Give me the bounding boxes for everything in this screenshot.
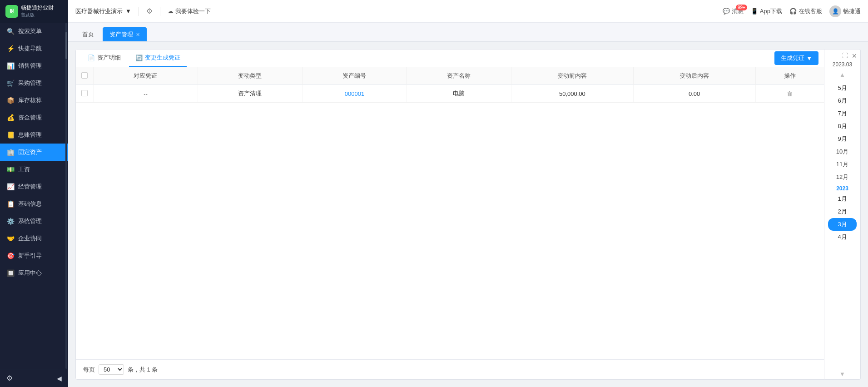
calendar-month-4[interactable]: 4月 <box>824 231 860 243</box>
message-icon: 💬 <box>723 8 730 15</box>
messages-button[interactable]: 💬 消息 99+ <box>723 7 744 15</box>
change-icon: 🔄 <box>135 54 143 61</box>
app-download-label: App下载 <box>760 7 782 15</box>
sales-icon: 📊 <box>6 62 15 70</box>
calendar-month-12[interactable]: 12月 <box>824 171 860 184</box>
sub-tab-change-voucher[interactable]: 🔄 变更生成凭证 <box>129 50 187 67</box>
settings-icon[interactable]: ⚙ <box>6 374 13 382</box>
sidebar-item-quicknav[interactable]: ⚡ 快捷导航 <box>0 40 68 57</box>
sidebar-item-label: 库存核算 <box>18 96 42 104</box>
table-header-row: 对应凭证 变动类型 资产编号 资产名称 变动前内容 变动后内容 操作 <box>76 67 824 85</box>
sidebar-item-label: 新手引导 <box>18 252 42 260</box>
sidebar-item-label: 快捷导航 <box>18 45 42 53</box>
asset-icon: 🏢 <box>6 148 15 156</box>
row-asset-name: 电脑 <box>407 85 511 103</box>
table-row: -- 资产清理 000001 电脑 50,000.00 0.00 🗑 <box>76 85 824 103</box>
sub-tab-label: 变更生成凭证 <box>145 54 180 62</box>
generate-voucher-button[interactable]: 生成凭证 ▼ <box>774 51 818 65</box>
basic-icon: 📋 <box>6 200 15 208</box>
sidebar-item-fund[interactable]: 💰 资金管理 <box>0 109 68 126</box>
th-asset-name: 资产名称 <box>407 67 511 85</box>
experience-button[interactable]: ☁ 我要体验一下 <box>168 7 211 15</box>
per-page-select[interactable]: 50 10 20 100 <box>99 364 124 375</box>
sidebar-item-purchase[interactable]: 🛒 采购管理 <box>0 74 68 92</box>
th-change-type: 变动类型 <box>198 67 302 85</box>
quicknav-icon: ⚡ <box>6 45 15 53</box>
tab-close-icon[interactable]: ✕ <box>136 32 140 38</box>
calendar-scroll-up[interactable]: ▲ <box>824 69 860 80</box>
sidebar-item-collab[interactable]: 🤝 企业协同 <box>0 230 68 247</box>
row-asset-code: 000001 <box>302 85 407 103</box>
sidebar-item-asset[interactable]: 🏢 固定资产 <box>0 144 68 161</box>
calendar-month-9[interactable]: 9月 <box>824 133 860 145</box>
calendar-month-6[interactable]: 6月 <box>824 94 860 107</box>
calendar-month-2[interactable]: 2月 <box>824 205 860 218</box>
sidebar-item-label: 基础信息 <box>18 200 42 208</box>
row-operation[interactable]: 🗑 <box>755 85 824 103</box>
calendar-month-11[interactable]: 11月 <box>824 158 860 171</box>
calendar-current-period: 2023.03 <box>824 60 860 69</box>
row-change-type: 资产清理 <box>198 85 302 103</box>
main-panel: 📄 资产明细 🔄 变更生成凭证 生成凭证 ▼ <box>75 49 824 380</box>
th-operation: 操作 <box>755 67 824 85</box>
sidebar-item-label: 采购管理 <box>18 79 42 87</box>
calendar-month-7[interactable]: 7月 <box>824 107 860 120</box>
sidebar-item-apps[interactable]: 🔲 应用中心 <box>0 264 68 282</box>
content-area: 📄 资产明细 🔄 变更生成凭证 生成凭证 ▼ <box>68 42 868 387</box>
per-page-label: 每页 <box>83 366 95 374</box>
select-all-checkbox[interactable] <box>81 72 88 79</box>
calendar-month-1[interactable]: 1月 <box>824 193 860 205</box>
sidebar-scrollbar[interactable] <box>65 23 67 369</box>
generate-voucher-label: 生成凭证 <box>781 54 804 62</box>
sidebar-item-operation[interactable]: 📈 经营管理 <box>0 178 68 195</box>
panel-wrapper: 📄 资产明细 🔄 变更生成凭证 生成凭证 ▼ <box>75 49 861 380</box>
calendar-expand-icon[interactable]: ⛶ <box>841 51 849 60</box>
company-name: 医疗器械行业演示 <box>75 7 123 15</box>
row-voucher: -- <box>94 85 198 103</box>
calendar-scroll-down[interactable]: ▼ <box>824 369 860 379</box>
tab-home[interactable]: 首页 <box>75 27 101 41</box>
sidebar-item-label: 工资 <box>18 165 30 174</box>
operation-icon: 📈 <box>6 183 15 191</box>
service-button[interactable]: 🎧 在线客服 <box>789 7 822 15</box>
collapse-icon[interactable]: ◀ <box>57 375 62 382</box>
sidebar-item-label: 经营管理 <box>18 183 42 191</box>
calendar-month-3[interactable]: 3月 <box>828 218 857 231</box>
topbar: 医疗器械行业演示 ▼ ⚙ ☁ 我要体验一下 💬 消息 99+ 📱 App下载 🎧… <box>68 0 868 23</box>
th-before-change: 变动前内容 <box>511 67 633 85</box>
calendar-month-5[interactable]: 5月 <box>824 82 860 94</box>
sidebar-item-basic[interactable]: 📋 基础信息 <box>0 195 68 213</box>
fund-icon: 💰 <box>6 114 15 122</box>
user-button[interactable]: 👤 畅捷通 <box>829 5 861 17</box>
sidebar: 财 畅捷通好业财 普及版 🔍 搜索菜单 ⚡ 快捷导航 📊 销售管理 🛒 采购管理… <box>0 0 68 387</box>
calendar-close-icon[interactable]: ✕ <box>850 51 858 60</box>
topbar-settings-icon[interactable]: ⚙ <box>146 7 153 15</box>
phone-icon: 📱 <box>751 8 758 15</box>
sidebar-scrollbar-thumb <box>65 32 67 59</box>
company-selector[interactable]: 医疗器械行业演示 ▼ <box>75 7 131 15</box>
inventory-icon: 📦 <box>6 96 15 104</box>
sub-tabs: 📄 资产明细 🔄 变更生成凭证 生成凭证 ▼ <box>76 50 824 67</box>
row-checkbox[interactable] <box>81 90 88 96</box>
changes-table: 对应凭证 变动类型 资产编号 资产名称 变动前内容 变动后内容 操作 <box>76 67 824 103</box>
sidebar-item-inventory[interactable]: 📦 库存核算 <box>0 92 68 109</box>
table-container: 对应凭证 变动类型 资产编号 资产名称 变动前内容 变动后内容 操作 <box>76 67 824 359</box>
app-download-button[interactable]: 📱 App下载 <box>751 7 782 15</box>
calendar-month-10[interactable]: 10月 <box>824 145 860 158</box>
sidebar-item-guide[interactable]: 🎯 新手引导 <box>0 247 68 264</box>
sidebar-item-label: 销售管理 <box>18 62 42 70</box>
logo-sub: 普及版 <box>21 12 54 18</box>
dropdown-arrow-icon: ▼ <box>806 55 812 62</box>
sidebar-item-system[interactable]: ⚙️ 系统管理 <box>0 213 68 230</box>
sidebar-item-search[interactable]: 🔍 搜索菜单 <box>0 23 68 40</box>
calendar-month-8[interactable]: 8月 <box>824 120 860 133</box>
row-after-change: 0.00 <box>633 85 755 103</box>
topbar-divider2 <box>160 7 160 16</box>
search-icon: 🔍 <box>6 27 15 35</box>
sidebar-item-ledger[interactable]: 📒 总账管理 <box>0 126 68 144</box>
row-checkbox-cell <box>76 85 94 103</box>
sidebar-item-sales[interactable]: 📊 销售管理 <box>0 57 68 74</box>
sub-tab-asset-detail[interactable]: 📄 资产明细 <box>81 50 127 67</box>
tab-asset-mgmt[interactable]: 资产管理 ✕ <box>103 27 147 41</box>
sidebar-item-salary[interactable]: 💵 工资 <box>0 161 68 178</box>
